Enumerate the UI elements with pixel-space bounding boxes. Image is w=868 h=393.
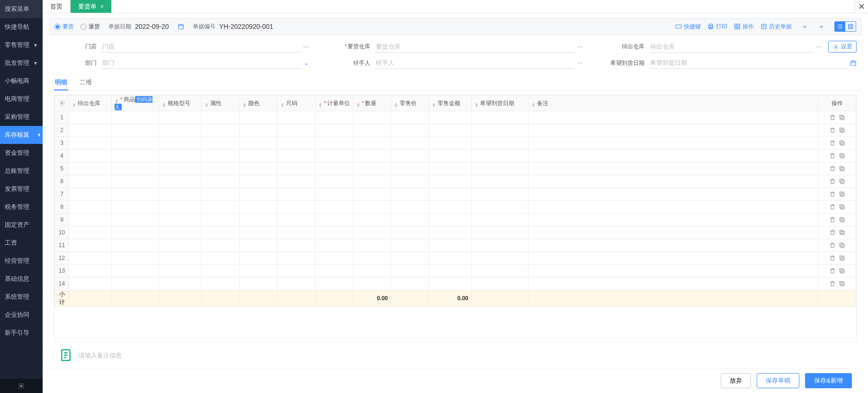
copy-icon[interactable] bbox=[839, 127, 845, 134]
cell[interactable] bbox=[69, 226, 112, 239]
cell[interactable] bbox=[240, 175, 277, 188]
cell[interactable] bbox=[391, 124, 429, 137]
cell[interactable] bbox=[315, 277, 353, 290]
expect-date-input[interactable] bbox=[649, 57, 847, 69]
cell[interactable] bbox=[202, 188, 240, 201]
cell[interactable] bbox=[353, 137, 391, 150]
delete-icon[interactable] bbox=[829, 127, 836, 134]
cell[interactable] bbox=[353, 124, 391, 137]
cell[interactable] bbox=[429, 124, 472, 137]
cell[interactable] bbox=[240, 188, 277, 201]
cell[interactable] bbox=[112, 162, 159, 175]
copy-icon[interactable] bbox=[839, 242, 845, 249]
cell[interactable] bbox=[277, 137, 315, 150]
cell[interactable] bbox=[69, 239, 112, 252]
cell[interactable] bbox=[315, 252, 353, 265]
table-row[interactable]: 3 bbox=[55, 137, 856, 150]
cell[interactable] bbox=[429, 226, 472, 239]
cell[interactable] bbox=[391, 188, 429, 201]
cell[interactable] bbox=[391, 111, 429, 124]
cell[interactable] bbox=[159, 239, 202, 252]
history-link[interactable]: 历史单据 bbox=[761, 23, 792, 31]
cell[interactable] bbox=[277, 277, 315, 290]
table-row[interactable]: 13 bbox=[55, 265, 856, 277]
cell[interactable] bbox=[202, 214, 240, 226]
cell[interactable] bbox=[528, 214, 818, 226]
cell[interactable] bbox=[240, 252, 277, 265]
store-input[interactable] bbox=[101, 41, 300, 53]
print-link[interactable]: 打印 bbox=[707, 23, 727, 31]
cell[interactable] bbox=[69, 265, 112, 277]
calendar-icon[interactable] bbox=[178, 23, 184, 30]
tab-1[interactable]: 要货单× bbox=[71, 0, 112, 13]
cell[interactable] bbox=[240, 201, 277, 214]
cell[interactable] bbox=[112, 150, 159, 162]
cell[interactable] bbox=[353, 226, 391, 239]
cell[interactable] bbox=[429, 201, 472, 214]
cell[interactable] bbox=[315, 239, 353, 252]
cell[interactable] bbox=[159, 201, 202, 214]
cell[interactable] bbox=[353, 188, 391, 201]
cell[interactable] bbox=[202, 137, 240, 150]
cell[interactable] bbox=[472, 124, 528, 137]
cell[interactable] bbox=[240, 277, 277, 290]
th-price[interactable]: ▲▼零售价 bbox=[391, 96, 429, 111]
sidebar-item-15[interactable]: 基础信息 bbox=[0, 270, 43, 288]
cell[interactable] bbox=[472, 252, 528, 265]
cell[interactable] bbox=[277, 239, 315, 252]
cell[interactable] bbox=[353, 150, 391, 162]
cell[interactable] bbox=[202, 111, 240, 124]
cell[interactable] bbox=[112, 239, 159, 252]
req-wh-input[interactable] bbox=[375, 41, 574, 53]
cell[interactable] bbox=[353, 175, 391, 188]
cell[interactable] bbox=[528, 175, 818, 188]
cell[interactable] bbox=[277, 201, 315, 214]
cell[interactable] bbox=[159, 252, 202, 265]
cell[interactable] bbox=[277, 226, 315, 239]
view-list[interactable] bbox=[835, 22, 845, 31]
shortcut-link[interactable]: 快捷键 bbox=[675, 23, 701, 31]
cell[interactable] bbox=[277, 150, 315, 162]
next-document[interactable]: ► bbox=[816, 23, 828, 30]
sidebar-item-1[interactable]: 快捷导航 bbox=[0, 18, 43, 36]
th-size[interactable]: ▲▼尺码 bbox=[277, 96, 315, 111]
copy-icon[interactable] bbox=[839, 216, 845, 223]
cell[interactable] bbox=[429, 277, 472, 290]
cell[interactable] bbox=[353, 214, 391, 226]
delete-icon[interactable] bbox=[829, 191, 836, 197]
cell[interactable] bbox=[240, 214, 277, 226]
cell[interactable] bbox=[472, 201, 528, 214]
cell[interactable] bbox=[528, 150, 818, 162]
cell[interactable] bbox=[69, 252, 112, 265]
radio-request[interactable]: 要货 bbox=[54, 23, 74, 31]
cell[interactable] bbox=[472, 226, 528, 239]
cell[interactable] bbox=[429, 252, 472, 265]
cell[interactable] bbox=[159, 188, 202, 201]
cell[interactable] bbox=[528, 265, 818, 277]
table-row[interactable]: 12 bbox=[55, 252, 856, 265]
cell[interactable] bbox=[159, 137, 202, 150]
cell[interactable] bbox=[112, 277, 159, 290]
cell[interactable] bbox=[159, 175, 202, 188]
table-row[interactable]: 9 bbox=[55, 214, 856, 226]
cell[interactable] bbox=[472, 265, 528, 277]
cell[interactable] bbox=[69, 124, 112, 137]
cell[interactable] bbox=[202, 124, 240, 137]
cell[interactable] bbox=[112, 201, 159, 214]
cell[interactable] bbox=[391, 175, 429, 188]
cell[interactable] bbox=[277, 188, 315, 201]
copy-icon[interactable] bbox=[839, 165, 845, 172]
sidebar-item-0[interactable]: 搜索菜单 bbox=[0, 0, 43, 18]
cell[interactable] bbox=[240, 265, 277, 277]
th-spec[interactable]: ▲▼规格型号 bbox=[159, 96, 202, 111]
copy-icon[interactable] bbox=[839, 191, 845, 197]
delete-icon[interactable] bbox=[829, 140, 836, 146]
cell[interactable] bbox=[391, 239, 429, 252]
cell[interactable] bbox=[112, 214, 159, 226]
tab-two-d[interactable]: 二维 bbox=[79, 75, 93, 90]
cell[interactable] bbox=[240, 226, 277, 239]
sidebar-item-13[interactable]: 工资 bbox=[0, 234, 43, 252]
cell[interactable] bbox=[472, 150, 528, 162]
sidebar-item-14[interactable]: 经营管理 bbox=[0, 252, 43, 270]
delete-icon[interactable] bbox=[829, 152, 836, 159]
